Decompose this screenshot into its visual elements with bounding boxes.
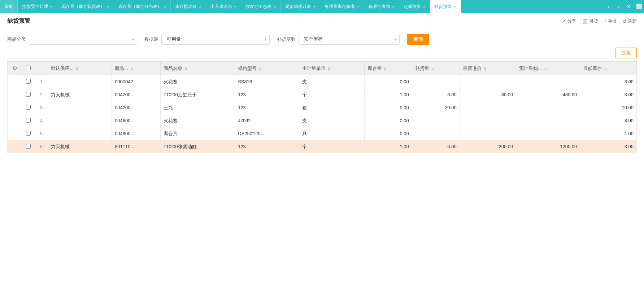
row-checkbox[interactable] [26,144,31,149]
row-latest-price [460,75,516,88]
row-latest-price [460,127,516,140]
tab-shortage[interactable]: 缺货预警 × [430,0,461,13]
export-icon: ↑ [604,18,606,24]
data-table: ⚙ 默认供应... ⇅ 商品... ⇅ 商品名称 [7,61,637,153]
tab-inventory-dist-close[interactable]: × [164,4,166,9]
share-button[interactable]: ↗ 分享 [562,18,576,24]
table-row: 1 0000042 火花塞 SS816 支 0.00 8.00 [8,75,637,88]
row-spec: 123 [235,140,299,153]
window-close-btn[interactable]: ✕ [624,0,634,13]
tab-expiry-label: 保质期查询 [369,4,390,10]
row-est-purchase [516,114,580,127]
row-replenish: 20.00 [412,101,460,114]
col-code-sort-icon: ⇅ [130,67,133,71]
replenish-base-select[interactable]: 安全库存 [299,34,400,45]
tab-next-btn[interactable]: › [614,0,624,13]
window-restore-btn[interactable]: ⬜ [634,0,644,13]
row-checkbox[interactable] [26,131,31,136]
col-replenish[interactable]: 补货量 ⇅ [412,62,460,75]
row-supplier [48,75,112,88]
row-unit: 支 [299,75,364,88]
row-gear-cell [8,114,22,127]
category-select[interactable] [29,34,137,45]
row-gear-cell [8,75,22,88]
row-checkbox[interactable] [26,79,31,84]
row-num: 5 [35,127,48,140]
col-name-sort-icon: ⇅ [184,67,187,71]
col-stock[interactable]: 库存量 ⇅ [364,62,412,75]
main-content: 缺货预警 ↗ 分享 📋 补货 ↑ 导出 ↺ 刷新 商品分类 [0,13,644,287]
tab-order-stats-close[interactable]: × [313,4,316,9]
row-stock: -1.00 [364,140,412,153]
tab-inout-close[interactable]: × [234,4,236,9]
row-stock: 0.00 [364,114,412,127]
export-button[interactable]: ↑ 导出 [604,18,617,24]
tab-batch-close[interactable]: × [199,4,201,9]
row-checkbox[interactable] [26,105,31,110]
tab-picking[interactable]: 拣货异常处理 × [18,0,57,13]
share-icon: ↗ [562,18,566,24]
col-unit[interactable]: 主计量单位 ⇅ [299,62,364,75]
col-stock-label: 库存量 [367,66,382,71]
row-min-stock: 10.00 [580,101,637,114]
tab-prev-btn[interactable]: ‹ [604,0,614,13]
col-latest-price[interactable]: 最新进价 ⇅ [460,62,516,75]
col-code-label: 商品... [115,66,128,71]
row-checkbox[interactable] [26,118,31,123]
replenish-base-filter-group: 补货基数 安全库存 ▾ [277,34,400,45]
row-replenish: 6.00 [412,88,460,101]
col-est-purchase[interactable]: 预计采购... ⇅ [516,62,580,75]
tab-home-label: 首页 [4,4,13,10]
row-checkbox-cell [22,101,35,114]
col-latest-price-sort-icon: ⇅ [483,67,486,71]
col-supplier[interactable]: 默认供应... ⇅ [48,62,112,75]
col-unit-label: 主计量单位 [302,66,326,71]
tab-inventory-status[interactable]: 现存量（库存状况表） × [57,0,114,13]
refresh-button[interactable]: ↺ 刷新 [622,18,637,24]
replenish-button[interactable]: 📋 补货 [582,18,598,24]
col-spec[interactable]: 规格型号 ⇅ [235,62,299,75]
row-replenish [412,127,460,140]
page-title: 缺货预警 [7,17,30,25]
tab-inventory-dist[interactable]: 现存量（库存分布表） × [114,0,171,13]
tab-bar: 首页 拣货异常处理 × 现存量（库存状况表） × 现存量（库存分布表） × 库存… [0,0,644,13]
tab-picking-close[interactable]: × [50,4,52,9]
row-stock: 0.00 [364,75,412,88]
tab-expiry[interactable]: 保质期查询 × [364,0,399,13]
query-button[interactable]: 查询 [407,34,429,45]
row-spec: 123 [235,101,299,114]
datasource-value: 可用量 [165,36,181,43]
row-checkbox-cell [22,114,35,127]
row-min-stock: 8.00 [580,114,637,127]
tab-shortage-close[interactable]: × [454,4,456,9]
tab-available[interactable]: 可用量库存账本 × [320,0,364,13]
tab-order-stats[interactable]: 要货单统计表 × [281,0,320,13]
refresh-icon: ↺ [622,18,627,24]
row-num: 6 [35,140,48,153]
tab-inout[interactable]: 出入库流水 × [206,0,241,13]
select-all-checkbox[interactable] [26,66,31,70]
replenish-base-value: 安全库存 [303,36,323,43]
row-spec: SS816 [235,75,299,88]
tab-home[interactable]: 首页 [0,0,18,13]
tab-summary-close[interactable]: × [274,4,276,9]
tab-batch[interactable]: 库存批次账 × [171,0,206,13]
tab-expiry-close[interactable]: × [392,4,395,9]
settings-button[interactable]: 设置 [615,48,637,58]
tab-summary[interactable]: 收发存汇总表 × [241,0,280,13]
tab-inventory-status-close[interactable]: × [107,4,109,9]
col-min-stock[interactable]: 最低库存 ⇅ [580,62,637,75]
col-name[interactable]: 商品名称 ⇅ [161,62,235,75]
row-num: 1 [35,75,48,88]
row-est-purchase: 1200.00 [516,140,580,153]
tab-overstock-close[interactable]: × [423,4,425,9]
tab-available-close[interactable]: × [357,4,359,9]
datasource-label: 数据源 [144,36,158,43]
datasource-select[interactable]: 可用量 [161,34,270,45]
category-label: 商品分类 [7,36,26,43]
col-code[interactable]: 商品... ⇅ [112,62,161,75]
gear-button[interactable]: ⚙ [10,65,19,72]
tab-inventory-dist-label: 现存量（库存分布表） [118,4,162,10]
row-checkbox[interactable] [26,92,31,97]
tab-overstock[interactable]: 超储预警 × [399,0,430,13]
